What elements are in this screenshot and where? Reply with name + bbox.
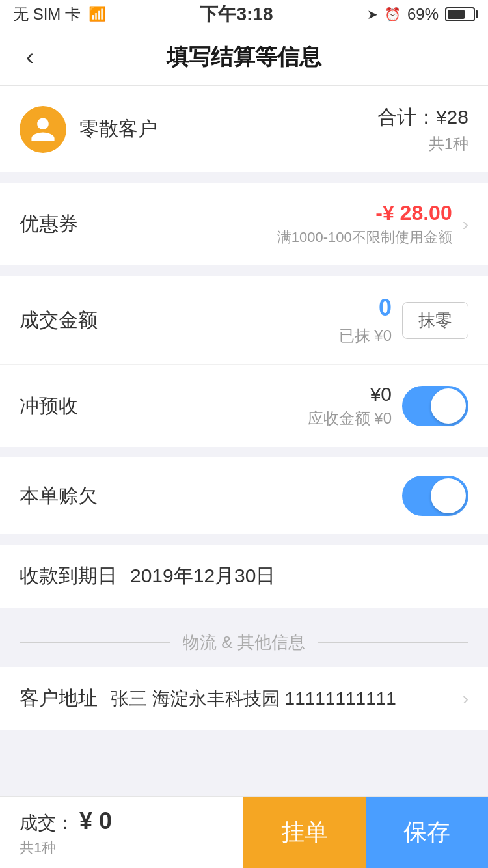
prepay-main-amount: ¥0 bbox=[308, 383, 392, 405]
due-date-label: 收款到期日 bbox=[20, 563, 117, 590]
coupon-right: -¥ 28.00 满1000-100不限制使用金额 › bbox=[277, 201, 468, 247]
user-icon bbox=[29, 115, 57, 144]
hold-button[interactable]: 挂单 bbox=[243, 797, 366, 869]
logistics-line-right bbox=[318, 642, 468, 643]
status-time: 下午3:18 bbox=[200, 2, 273, 27]
customer-left: 零散客户 bbox=[20, 106, 157, 153]
transaction-label: 成交金额 bbox=[20, 307, 98, 334]
prepay-amounts: ¥0 应收金额 ¥0 bbox=[308, 383, 392, 429]
transaction-value-group: 0 已抹 ¥0 bbox=[339, 294, 392, 346]
customer-summary: 合计：¥28 共1种 bbox=[377, 104, 468, 154]
logistics-line-left bbox=[20, 642, 170, 643]
due-date-value: 2019年12月30日 bbox=[130, 563, 275, 590]
bottom-summary-line: 成交： ¥ 0 bbox=[20, 807, 224, 835]
coupon-card: 优惠券 -¥ 28.00 满1000-100不限制使用金额 › bbox=[0, 183, 488, 265]
total-amount: 合计：¥28 bbox=[377, 104, 468, 131]
prepay-label: 冲预收 bbox=[20, 393, 78, 420]
customer-row: 零散客户 合计：¥28 共1种 bbox=[0, 86, 488, 172]
location-icon: ➤ bbox=[367, 7, 378, 22]
status-right: ➤ ⏰ 69% bbox=[367, 5, 475, 23]
discount-amount: -¥ 28.00 bbox=[277, 201, 452, 225]
status-bar: 无 SIM 卡 📶 下午3:18 ➤ ⏰ 69% bbox=[0, 0, 488, 29]
already-rounded: 已抹 ¥0 bbox=[339, 325, 392, 346]
toggle-knob bbox=[431, 388, 466, 424]
credit-row: 本单赊欠 bbox=[0, 457, 488, 534]
bottom-bar: 成交： ¥ 0 共1种 挂单 保存 bbox=[0, 796, 488, 868]
summary-amount: ¥ 0 bbox=[79, 807, 112, 835]
status-left: 无 SIM 卡 📶 bbox=[13, 4, 106, 25]
transaction-right: 0 已抹 ¥0 抹零 bbox=[339, 294, 468, 346]
due-date-row: 收款到期日 2019年12月30日 bbox=[0, 545, 488, 608]
prepay-sub-amount: 应收金额 ¥0 bbox=[308, 408, 392, 429]
prepay-row: 冲预收 ¥0 应收金额 ¥0 bbox=[0, 364, 488, 447]
address-chevron-icon: › bbox=[463, 688, 468, 709]
logistics-text: 物流 & 其他信息 bbox=[170, 631, 318, 654]
chevron-right-icon: › bbox=[463, 214, 468, 235]
summary-label: 成交： bbox=[20, 811, 74, 835]
credit-label: 本单赊欠 bbox=[20, 483, 98, 509]
back-button[interactable]: ‹ bbox=[20, 37, 40, 77]
nav-bar: ‹ 填写结算等信息 bbox=[0, 29, 488, 86]
address-label: 客户地址 bbox=[20, 685, 98, 712]
avatar bbox=[20, 106, 66, 153]
credit-toggle[interactable] bbox=[402, 476, 468, 516]
alarm-icon: ⏰ bbox=[385, 7, 401, 22]
discount-desc: 满1000-100不限制使用金额 bbox=[277, 228, 452, 247]
coupon-label: 优惠券 bbox=[20, 211, 78, 237]
page-title: 填写结算等信息 bbox=[167, 42, 321, 72]
save-button[interactable]: 保存 bbox=[366, 797, 488, 869]
battery-icon bbox=[445, 7, 475, 21]
content: 零散客户 合计：¥28 共1种 优惠券 -¥ 28.00 满1000-100不限… bbox=[0, 86, 488, 812]
address-row[interactable]: 客户地址 张三 海淀永丰科技园 11111111111 › bbox=[0, 667, 488, 730]
round-button[interactable]: 抹零 bbox=[402, 302, 468, 339]
credit-toggle-knob bbox=[431, 478, 466, 513]
carrier-label: 无 SIM 卡 bbox=[13, 4, 81, 25]
transaction-row: 成交金额 0 已抹 ¥0 抹零 bbox=[0, 276, 488, 364]
summary-count: 共1种 bbox=[20, 838, 224, 858]
transaction-section: 成交金额 0 已抹 ¥0 抹零 冲预收 ¥0 应收金额 ¥0 bbox=[0, 276, 488, 447]
battery-label: 69% bbox=[407, 5, 439, 23]
coupon-value: -¥ 28.00 满1000-100不限制使用金额 bbox=[277, 201, 452, 247]
total-count: 共1种 bbox=[377, 133, 468, 154]
customer-name: 零散客户 bbox=[79, 116, 157, 142]
wifi-icon: 📶 bbox=[88, 6, 106, 23]
address-value: 张三 海淀永丰科技园 11111111111 bbox=[111, 686, 463, 711]
logistics-divider: 物流 & 其他信息 bbox=[0, 618, 488, 667]
prepay-right: ¥0 应收金额 ¥0 bbox=[308, 383, 468, 429]
transaction-value: 0 bbox=[339, 294, 392, 321]
coupon-row[interactable]: 优惠券 -¥ 28.00 满1000-100不限制使用金额 › bbox=[0, 183, 488, 265]
prepay-toggle[interactable] bbox=[402, 386, 468, 426]
bottom-summary: 成交： ¥ 0 共1种 bbox=[0, 807, 243, 858]
